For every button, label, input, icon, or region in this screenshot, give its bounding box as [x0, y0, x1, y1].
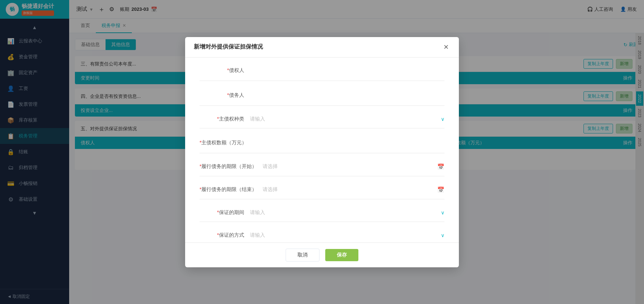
form-row-creditor: *债权人 — [200, 66, 444, 81]
select-guarantee-method[interactable]: 请输入 ∨ — [250, 232, 444, 239]
form-row-guarantee-period: *保证的期间 请输入 ∨ — [200, 209, 444, 222]
dialog-close-button[interactable]: ✕ — [442, 43, 450, 51]
form-row-debtor: *债务人 — [200, 91, 444, 106]
dialog: 新增对外提供保证担保情况 ✕ *债权人 *债务人 *主债权种类 — [185, 37, 459, 267]
select-guarantee-period-placeholder: 请输入 — [250, 209, 265, 216]
form-row-debt-type: *主债权种类 请输入 ∨ — [200, 116, 444, 128]
input-debtor[interactable] — [250, 91, 444, 100]
select-debt-type-placeholder: 请输入 — [250, 116, 265, 122]
calendar-end-icon: 📅 — [437, 186, 444, 193]
cancel-button[interactable]: 取消 — [286, 249, 319, 262]
label-debt-type: *主债权种类 — [200, 116, 250, 122]
chevron-down-icon: ∨ — [441, 116, 444, 122]
select-guarantee-method-placeholder: 请输入 — [250, 232, 265, 239]
dialog-header: 新增对外提供保证担保情况 ✕ — [185, 37, 459, 58]
dialog-overlay: 新增对外提供保证担保情况 ✕ *债权人 *债务人 *主债权种类 — [0, 0, 644, 304]
label-debtor: *债务人 — [200, 92, 250, 99]
dialog-footer: 取消 保存 — [185, 242, 459, 267]
input-debt-amount[interactable] — [252, 139, 444, 147]
dialog-body: *债权人 *债务人 *主债权种类 请输入 ∨ — [185, 58, 459, 242]
select-debt-type[interactable]: 请输入 ∨ — [250, 116, 444, 122]
save-button[interactable]: 保存 — [325, 249, 358, 261]
label-debt-amount: *主债权数额（万元） — [200, 140, 252, 146]
dialog-title: 新增对外提供保证担保情况 — [194, 43, 263, 51]
date-end[interactable]: 请选择 📅 — [263, 186, 444, 193]
calendar-start-icon: 📅 — [437, 163, 444, 170]
input-creditor[interactable] — [250, 66, 444, 75]
chevron-method-icon: ∨ — [441, 232, 444, 238]
form-row-guarantee-method: *保证的方式 请输入 ∨ — [200, 232, 444, 242]
date-end-placeholder: 请选择 — [263, 186, 278, 193]
form-row-end-date: *履行债务的期限（结束） 请选择 📅 — [200, 186, 444, 199]
form-row-start-date: *履行债务的期限（开始） 请选择 📅 — [200, 163, 444, 176]
label-guarantee-period: *保证的期间 — [200, 209, 250, 216]
form-row-debt-amount: *主债权数额（万元） — [200, 139, 444, 153]
label-start-date: *履行债务的期限（开始） — [200, 163, 263, 170]
select-guarantee-period[interactable]: 请输入 ∨ — [250, 209, 444, 216]
chevron-period-icon: ∨ — [441, 210, 444, 215]
date-start[interactable]: 请选择 📅 — [263, 163, 444, 170]
label-creditor: *债权人 — [200, 67, 250, 74]
label-guarantee-method: *保证的方式 — [200, 232, 250, 239]
label-end-date: *履行债务的期限（结束） — [200, 186, 263, 193]
date-start-placeholder: 请选择 — [263, 163, 278, 170]
